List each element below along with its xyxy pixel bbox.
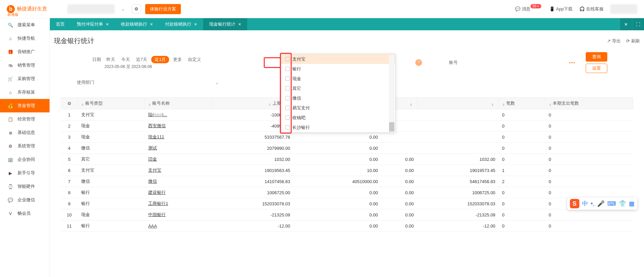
- tab-close-all-button[interactable]: ✕: [620, 18, 632, 30]
- export-button[interactable]: ↗ 导出: [607, 38, 621, 44]
- date-chip-0[interactable]: 昨天: [104, 56, 117, 63]
- sidebar-item-8[interactable]: ≣基础信息: [0, 126, 50, 139]
- sidebar-item-14[interactable]: V畅会员: [0, 207, 50, 220]
- ime-keyboard-icon[interactable]: ⌨: [607, 200, 616, 207]
- sidebar-item-6[interactable]: 💰资金管理: [0, 99, 50, 112]
- sort-icon[interactable]: ▲▼: [81, 103, 84, 106]
- checkbox[interactable]: [285, 96, 290, 100]
- sort-icon[interactable]: ▲▼: [502, 103, 505, 106]
- dropdown-item-3[interactable]: 其它: [281, 83, 395, 93]
- cell-name[interactable]: 西安微信: [145, 120, 212, 132]
- scrollbar-thumb[interactable]: [389, 122, 394, 132]
- sort-icon[interactable]: ▲▼: [268, 103, 271, 106]
- tab-close-icon[interactable]: ✕: [194, 22, 197, 27]
- cell-name[interactable]: AAA: [145, 220, 212, 232]
- cell-name[interactable]: 陆(○○○)...: [145, 109, 212, 120]
- ime-skin-icon[interactable]: 👕: [619, 200, 626, 207]
- table-row[interactable]: 3 现金 现金111 53337567.78 0.00 0 0: [61, 132, 633, 143]
- ime-widget[interactable]: S 中 •, 🎤 ⌨ 👕 ▦: [567, 198, 637, 210]
- date-chip-3[interactable]: 近1月: [151, 56, 169, 63]
- date-chip-1[interactable]: 今天: [119, 56, 132, 63]
- table-row[interactable]: 7 微信 微信 14107456.83 40510000.00 0.00 546…: [61, 176, 633, 187]
- dropdown-item-0[interactable]: 支付宝: [281, 54, 395, 64]
- tab-0[interactable]: 首页: [50, 18, 71, 30]
- table-row[interactable]: 4 微信 测试 2079990.00 0.00 0 0: [61, 143, 633, 154]
- org-dropdown-icon[interactable]: ⌄: [121, 6, 125, 11]
- cell-name[interactable]: 建设银行: [145, 187, 212, 198]
- sidebar-item-10[interactable]: 🏢企业协同: [0, 153, 50, 166]
- tab-close-icon[interactable]: ✕: [106, 22, 109, 27]
- checkbox[interactable]: [285, 115, 290, 120]
- table-row[interactable]: 10 现金 中国银行 -21325.09 0.00 0.00 -21325.09…: [61, 209, 633, 220]
- messages-button[interactable]: 💬 消息 99 +: [515, 6, 543, 12]
- tab-3[interactable]: 付款核销执行✕: [159, 18, 203, 30]
- tab-close-icon[interactable]: ✕: [150, 22, 153, 27]
- checkbox[interactable]: [285, 86, 290, 91]
- tab-close-icon[interactable]: ✕: [238, 22, 241, 27]
- sidebar-item-2[interactable]: 🎁营销推广: [0, 45, 50, 59]
- date-chip-2[interactable]: 近7天: [134, 56, 149, 63]
- sidebar-item-1[interactable]: ⌂快捷导航: [0, 32, 50, 45]
- table-row[interactable]: 9 银行 工商银行1 152033078.03 0.00 0.00 152033…: [61, 198, 633, 209]
- checkbox[interactable]: [285, 125, 290, 130]
- settings-gear-button[interactable]: ⚙: [132, 4, 141, 14]
- collapse-filters-button[interactable]: ⌃: [415, 59, 422, 66]
- table-row[interactable]: 6 支付宝 支付宝 19019563.45 10.00 0.00 1901957…: [61, 165, 633, 176]
- sidebar-item-4[interactable]: 🛒采购管理: [0, 72, 50, 85]
- ime-lang[interactable]: 中: [582, 200, 588, 208]
- industry-solution-button[interactable]: 体验行业方案: [145, 4, 181, 14]
- dept-select[interactable]: ⌄: [108, 80, 219, 85]
- more-filters-button[interactable]: •••: [569, 60, 576, 65]
- filter-settings-button[interactable]: 设置: [586, 64, 607, 73]
- table-row[interactable]: 11 银行 AAA -12.00 0.00 0.00 -12.00 0 0: [61, 220, 633, 232]
- checkbox[interactable]: [285, 57, 290, 61]
- table-row[interactable]: 8 银行 建设银行 1006725.00 0.00 0.00 1006725.0…: [61, 187, 633, 198]
- sidebar-item-5[interactable]: ⌂库存核算: [0, 85, 50, 99]
- ime-toolbox-icon[interactable]: ▦: [629, 200, 635, 207]
- refresh-button[interactable]: ⟳ 刷新: [626, 38, 640, 44]
- table-row[interactable]: 5 其它 旧金 1032.00 0.00 0.00 1032.00 0 0: [61, 154, 633, 165]
- sort-icon[interactable]: ▲▼: [148, 103, 151, 106]
- cell-name[interactable]: 现金111: [145, 132, 212, 143]
- query-button[interactable]: 查询: [586, 52, 607, 62]
- sidebar-item-11[interactable]: ▶新手引导: [0, 166, 50, 180]
- column-header-2[interactable]: ▲▼账号名称: [145, 98, 212, 109]
- tab-fullscreen-button[interactable]: ⛶: [632, 18, 644, 30]
- dropdown-scrollbar[interactable]: [389, 55, 394, 132]
- column-header-6[interactable]: ▲▼: [417, 98, 498, 109]
- dropdown-item-4[interactable]: 微信: [281, 93, 395, 103]
- ime-mic-icon[interactable]: 🎤: [597, 200, 605, 207]
- sort-icon[interactable]: ▲▼: [491, 103, 494, 106]
- checkbox[interactable]: [285, 76, 290, 81]
- dropdown-item-2[interactable]: 现金: [281, 74, 395, 83]
- cell-name[interactable]: 测试: [145, 143, 212, 154]
- sidebar-item-7[interactable]: 📋经营管理: [0, 112, 50, 126]
- column-header-7[interactable]: ▲▼笔数: [499, 98, 545, 109]
- dropdown-item-1[interactable]: 银行: [281, 64, 395, 74]
- dropdown-item-5[interactable]: 易宝支付: [281, 103, 395, 113]
- column-header-8[interactable]: ▲▼本期支出笔数: [545, 98, 633, 109]
- sidebar-item-12[interactable]: ⌚智能硬件: [0, 180, 50, 193]
- dropdown-item-6[interactable]: 收钱吧: [281, 113, 395, 123]
- tab-4[interactable]: 现金银行统计✕: [203, 18, 247, 30]
- tab-2[interactable]: 收款核销执行✕: [115, 18, 159, 30]
- cell-name[interactable]: 旧金: [145, 154, 212, 165]
- sidebar-item-13[interactable]: 💬企业微信: [0, 193, 50, 207]
- app-download-button[interactable]: 📱 App下载: [549, 6, 573, 12]
- sidebar-item-0[interactable]: 🔍搜索菜单: [0, 18, 50, 32]
- dropdown-item-7[interactable]: 长沙银行: [281, 123, 395, 132]
- online-service-button[interactable]: 🎧 在线客服: [579, 6, 604, 12]
- sort-icon[interactable]: ▲▼: [410, 103, 412, 106]
- sidebar-item-9[interactable]: ⚙系统管理: [0, 139, 50, 153]
- column-header-1[interactable]: ▲▼账号类型: [78, 98, 145, 109]
- date-chip-4[interactable]: 更多: [171, 56, 184, 63]
- checkbox[interactable]: [285, 67, 290, 71]
- sort-icon[interactable]: ▲▼: [549, 103, 551, 106]
- cell-name[interactable]: 中国银行: [145, 209, 212, 220]
- cell-name[interactable]: 工商银行1: [145, 198, 212, 209]
- cell-name[interactable]: 微信: [145, 176, 212, 187]
- ime-punct-icon[interactable]: •,: [591, 200, 594, 207]
- tab-1[interactable]: 预付冲应付单✕: [71, 18, 115, 30]
- sidebar-item-3[interactable]: 🛍销售管理: [0, 59, 50, 72]
- checkbox[interactable]: [285, 106, 290, 110]
